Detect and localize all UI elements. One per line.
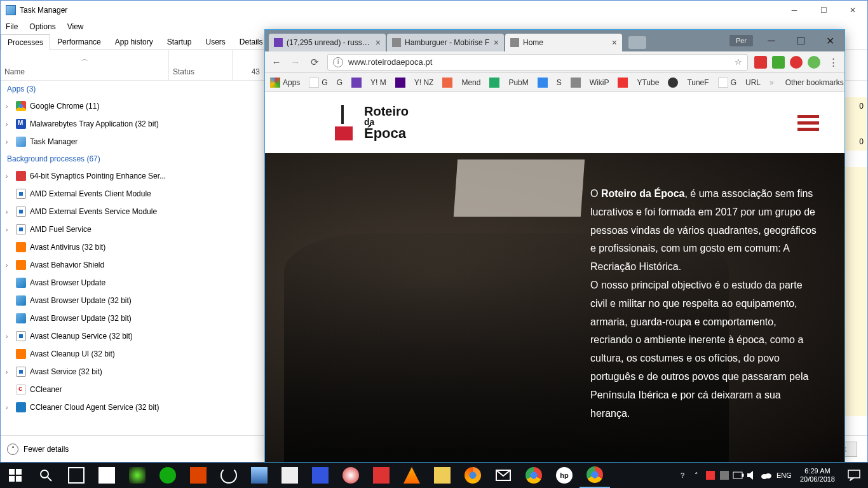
extension-icon[interactable] xyxy=(772,56,785,69)
taskbar-app-mail[interactable] xyxy=(488,463,519,488)
site-logo[interactable]: Roteiro da Época xyxy=(329,105,409,140)
bookmark-item[interactable] xyxy=(442,78,452,88)
bookmarks-overflow-icon[interactable]: » xyxy=(770,78,774,87)
back-button[interactable]: ← xyxy=(270,56,283,69)
address-bar[interactable]: i www.roteirodaepoca.pt ☆ xyxy=(327,54,748,71)
taskbar-app-chrome-active[interactable] xyxy=(580,463,610,488)
search-button[interactable] xyxy=(31,463,61,488)
extension-icon[interactable] xyxy=(808,56,820,69)
tray-icon[interactable] xyxy=(717,463,731,488)
taskbar-app[interactable] xyxy=(305,463,336,488)
task-manager-titlebar[interactable]: Task Manager ─ ☐ ✕ xyxy=(1,1,867,20)
reload-button[interactable]: ⟳ xyxy=(308,56,321,69)
tab-performance[interactable]: Performance xyxy=(50,34,108,50)
tab-app-history[interactable]: App history xyxy=(108,34,160,50)
tray-battery-icon[interactable] xyxy=(731,463,745,488)
fewer-details-label[interactable]: Fewer details xyxy=(24,445,69,454)
fewer-details-icon[interactable]: ˄ xyxy=(7,444,18,455)
taskbar-app-hp[interactable]: hp xyxy=(549,463,580,488)
expand-arrow-icon[interactable]: › xyxy=(6,139,13,146)
expand-arrow-icon[interactable]: › xyxy=(6,121,13,128)
menu-file[interactable]: File xyxy=(6,22,18,31)
menu-options[interactable]: Options xyxy=(29,22,55,31)
tab-close-icon[interactable]: × xyxy=(376,37,381,48)
new-tab-button[interactable] xyxy=(628,36,646,49)
extension-icon[interactable] xyxy=(754,56,767,69)
forward-button[interactable]: → xyxy=(289,56,302,69)
extension-icon[interactable] xyxy=(790,56,803,69)
chrome-minimize-button[interactable]: ─ xyxy=(757,30,786,51)
tray-clock[interactable]: 6:29 AM 20/06/2018 xyxy=(795,467,840,484)
taskbar-app[interactable] xyxy=(214,463,244,488)
taskbar-app[interactable] xyxy=(122,463,153,488)
bookmark-item[interactable] xyxy=(618,78,628,88)
bookmark-item[interactable] xyxy=(395,78,405,88)
chrome-maximize-button[interactable]: ☐ xyxy=(786,30,815,51)
expand-arrow-icon[interactable]: › xyxy=(6,208,13,215)
taskbar-app[interactable] xyxy=(427,463,458,488)
bookmark-item[interactable]: G xyxy=(718,78,736,88)
bookmark-item[interactable]: S xyxy=(557,78,562,87)
tab-startup[interactable]: Startup xyxy=(160,34,199,50)
column-header-status[interactable]: Status xyxy=(168,50,232,80)
chrome-menu-button[interactable]: ⋮ xyxy=(827,56,839,69)
bookmark-item[interactable]: G xyxy=(337,78,342,87)
maximize-button[interactable]: ☐ xyxy=(809,1,838,20)
expand-arrow-icon[interactable]: › xyxy=(6,404,13,411)
menu-view[interactable]: View xyxy=(67,22,84,31)
taskbar-app-chrome[interactable] xyxy=(519,463,549,488)
hamburger-menu-icon[interactable] xyxy=(797,115,819,131)
bookmark-item[interactable]: YTube xyxy=(637,78,659,87)
taskbar-app[interactable] xyxy=(244,463,275,488)
taskbar-app[interactable] xyxy=(275,463,305,488)
taskbar-app[interactable] xyxy=(366,463,397,488)
browser-tab[interactable]: (17,295 unread) - russwils× xyxy=(269,34,386,51)
tray-onedrive-icon[interactable] xyxy=(759,463,773,488)
bookmark-item[interactable]: Y! M xyxy=(370,78,386,87)
minimize-button[interactable]: ─ xyxy=(780,1,809,20)
tab-close-icon[interactable]: × xyxy=(494,37,499,48)
start-button[interactable] xyxy=(0,463,31,488)
bookmark-item[interactable]: PubM xyxy=(508,78,528,87)
expand-arrow-icon[interactable]: › xyxy=(6,262,13,269)
site-info-icon[interactable]: i xyxy=(333,57,343,67)
bookmark-item[interactable] xyxy=(668,78,678,88)
bookmark-item[interactable]: WikiP xyxy=(590,78,609,87)
close-button[interactable]: ✕ xyxy=(838,1,867,20)
tray-language[interactable]: ENG xyxy=(773,463,795,488)
taskbar-app[interactable] xyxy=(183,463,214,488)
expand-arrow-icon[interactable]: › xyxy=(6,103,13,110)
bookmark-item[interactable]: TuneF xyxy=(687,78,709,87)
tab-close-icon[interactable]: × xyxy=(612,37,617,48)
bookmark-item[interactable] xyxy=(351,78,362,88)
action-center-button[interactable] xyxy=(840,463,868,488)
expand-arrow-icon[interactable]: › xyxy=(6,173,13,180)
column-header-name[interactable]: ︿ Name xyxy=(1,50,168,80)
browser-tab[interactable]: Hamburguer - Mobirise F× xyxy=(387,34,504,51)
tab-users[interactable]: Users xyxy=(198,34,232,50)
column-header-cpu[interactable]: 43 xyxy=(232,50,264,80)
other-bookmarks[interactable]: Other bookmarks xyxy=(783,78,844,87)
tray-icon[interactable] xyxy=(703,463,717,488)
tray-volume-icon[interactable] xyxy=(745,463,759,488)
bookmark-item[interactable]: G xyxy=(309,78,327,88)
bookmark-item[interactable] xyxy=(489,78,499,88)
tab-processes[interactable]: Processes xyxy=(1,34,50,50)
taskbar-app-firefox[interactable] xyxy=(458,463,488,488)
taskbar-app[interactable] xyxy=(397,463,427,488)
chrome-close-button[interactable]: ✕ xyxy=(815,30,844,51)
bookmark-item[interactable]: Y! NZ xyxy=(414,78,434,87)
bookmark-item[interactable]: Mend xyxy=(461,78,480,87)
bookmark-item[interactable] xyxy=(538,78,548,88)
bookmark-item[interactable]: URL xyxy=(745,78,761,87)
task-view-button[interactable] xyxy=(61,463,92,488)
taskbar-app[interactable] xyxy=(153,463,183,488)
bookmark-star-icon[interactable]: ☆ xyxy=(735,57,742,67)
apps-shortcut[interactable]: Apps xyxy=(270,78,300,88)
browser-tab[interactable]: Home× xyxy=(505,34,622,51)
chrome-profile-button[interactable]: Per xyxy=(729,35,753,46)
taskbar-app[interactable] xyxy=(336,463,366,488)
tray-help-icon[interactable]: ? xyxy=(675,463,689,488)
taskbar-app-store[interactable] xyxy=(92,463,122,488)
expand-arrow-icon[interactable]: › xyxy=(6,369,13,376)
